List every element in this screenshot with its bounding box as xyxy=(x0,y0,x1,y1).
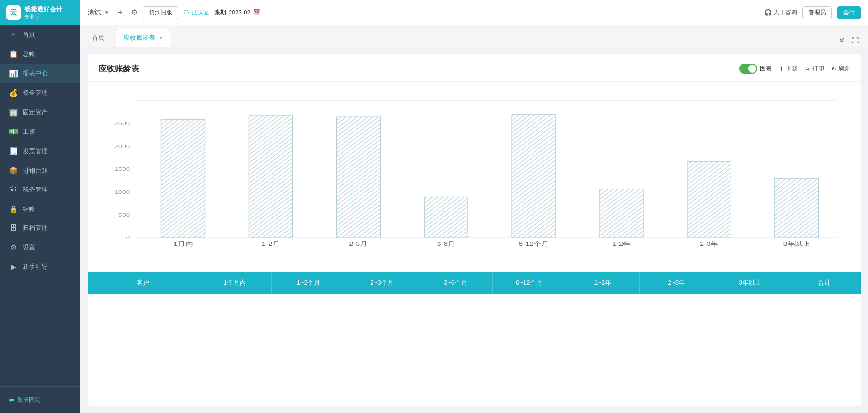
chart-toggle-label: 图表 xyxy=(760,65,772,73)
shield-icon: 🛡 xyxy=(184,9,189,16)
settings-button[interactable]: ⚙ xyxy=(129,6,139,19)
tab-home[interactable]: 首页 xyxy=(84,28,112,47)
sidebar-item-label: 税务管理 xyxy=(23,186,48,194)
table-col-合计: 合计 xyxy=(787,272,861,294)
table-col-1个月内: 1个月内 xyxy=(198,272,272,294)
table-col-2~3年: 2~3年 xyxy=(640,272,713,294)
accountant-button[interactable]: 会计 xyxy=(837,6,861,19)
funds-icon: 💰 xyxy=(9,89,18,97)
svg-text:3-6月: 3-6月 xyxy=(437,241,455,247)
company-selector[interactable]: 测试 ▼ xyxy=(88,8,109,17)
chart-container: 0 500 1000 1500 2000 2500 xyxy=(99,91,850,263)
download-button[interactable]: ⬇ 下载 xyxy=(779,65,797,73)
period-label: 账期 xyxy=(214,9,226,17)
svg-rect-16 xyxy=(249,116,292,238)
sidebar-item-label: 工资 xyxy=(23,128,35,136)
manager-button[interactable]: 管理员 xyxy=(802,6,832,19)
sidebar-item-home[interactable]: ⌂ 首页 xyxy=(0,25,80,44)
sidebar-item-label: 固定资产 xyxy=(23,108,48,117)
download-icon: ⬇ xyxy=(779,66,784,72)
topbar-actions: ＋ ⚙ 切到旧版 xyxy=(115,6,178,19)
svg-text:3年以上: 3年以上 xyxy=(783,241,810,247)
svg-text:1000: 1000 xyxy=(114,189,130,195)
sidebar-item-funds[interactable]: 💰 资金管理 xyxy=(0,83,80,103)
sidebar-item-label: 发票管理 xyxy=(23,147,48,155)
sidebar-logo: 云 畅捷通好会计 专业版 xyxy=(0,0,80,25)
pin-button[interactable]: ⬅ 取消固定 xyxy=(0,391,80,408)
svg-rect-26 xyxy=(687,161,731,238)
company-name: 测试 xyxy=(88,8,101,17)
print-icon: 🖨 xyxy=(805,66,811,72)
sidebar-item-label: 首页 xyxy=(23,31,35,39)
tab-ar-aging[interactable]: 应收账龄表 × xyxy=(116,29,170,47)
sidebar-item-label: 新手引导 xyxy=(23,263,48,271)
svg-text:6-12个月: 6-12个月 xyxy=(519,241,549,247)
svg-rect-24 xyxy=(599,189,643,238)
period-selector[interactable]: 账期 2023-02 📅 xyxy=(214,9,260,17)
pin-icon: ⬅ xyxy=(9,396,14,404)
switch-old-button[interactable]: 切到旧版 xyxy=(143,6,178,19)
table-col-1~2年: 1~2年 xyxy=(566,272,640,294)
topbar: 测试 ▼ ＋ ⚙ 切到旧版 🛡 已认证 账期 2023-02 📅 🎧 人工咨询 … xyxy=(80,0,868,25)
svg-text:0: 0 xyxy=(126,235,130,241)
topbar-right: 🎧 人工咨询 管理员 会计 xyxy=(764,6,861,19)
table-col-客户: 客户 xyxy=(88,272,198,294)
tab-home-label: 首页 xyxy=(92,34,104,42)
payroll-icon: 💵 xyxy=(9,127,18,136)
company-dropdown-icon: ▼ xyxy=(104,9,109,16)
svg-rect-14 xyxy=(161,119,205,238)
sidebar-item-close[interactable]: 🔒 结账 xyxy=(0,199,80,219)
print-button[interactable]: 🖨 打印 xyxy=(805,65,824,73)
headset-icon: 🎧 xyxy=(764,9,772,16)
sidebar-bottom: ⬅ 取消固定 xyxy=(0,386,80,413)
page-wrapper: 应收账龄表 图表 ⬇ 下载 🖨 打印 xyxy=(80,47,868,413)
svg-text:500: 500 xyxy=(118,212,130,218)
bar-chart: 0 500 1000 1500 2000 2500 xyxy=(99,91,850,263)
sidebar-item-label: 设置 xyxy=(23,244,35,252)
inventory-icon: 📦 xyxy=(9,166,18,175)
reports-icon: 📊 xyxy=(9,69,18,78)
maximize-button[interactable]: ⛶ xyxy=(850,35,861,47)
sidebar-item-settings[interactable]: ⚙ 设置 xyxy=(0,238,80,257)
svg-text:2-3年: 2-3年 xyxy=(700,241,718,247)
sidebar-item-label: 归档管理 xyxy=(23,224,48,232)
sidebar-item-archive[interactable]: 🗄 归档管理 xyxy=(0,219,80,238)
svg-text:1500: 1500 xyxy=(114,166,130,172)
calendar-icon: 📅 xyxy=(253,9,260,16)
assets-icon: 🏢 xyxy=(9,108,18,117)
page-actions: 图表 ⬇ 下载 🖨 打印 ↻ 刷新 xyxy=(739,64,850,74)
sidebar-nav: ⌂ 首页 📋 总账 📊 报表中心 💰 资金管理 🏢 固定资产 💵 工资 🧾 发票… xyxy=(0,25,80,386)
sidebar-item-payroll[interactable]: 💵 工资 xyxy=(0,122,80,141)
sidebar-item-assets[interactable]: 🏢 固定资产 xyxy=(0,103,80,122)
page-title: 应收账龄表 xyxy=(99,63,139,74)
table-col-6~12个月: 6~12个月 xyxy=(493,272,566,294)
add-button[interactable]: ＋ xyxy=(115,6,126,19)
sidebar-item-inventory[interactable]: 📦 进销台账 xyxy=(0,161,80,180)
close-window-button[interactable]: ✕ xyxy=(837,34,846,47)
sidebar-item-ledger[interactable]: 📋 总账 xyxy=(0,44,80,64)
refresh-icon: ↻ xyxy=(831,66,836,72)
tab-close-icon[interactable]: × xyxy=(160,35,163,41)
content-area: 应收账龄表 图表 ⬇ 下载 🖨 打印 xyxy=(80,47,868,413)
svg-text:2-3月: 2-3月 xyxy=(349,241,368,247)
chart-toggle[interactable] xyxy=(739,64,757,74)
sidebar-item-guide[interactable]: ▶ 新手引导 xyxy=(0,257,80,277)
sidebar-item-reports[interactable]: 📊 报表中心 xyxy=(0,64,80,83)
svg-text:1-2月: 1-2月 xyxy=(261,241,280,247)
service-button[interactable]: 🎧 人工咨询 xyxy=(764,9,797,17)
settings-icon: ⚙ xyxy=(9,243,18,252)
logo-text: 畅捷通好会计 xyxy=(24,5,62,13)
tabbar-right: ✕ ⛶ xyxy=(837,34,868,47)
svg-text:2000: 2000 xyxy=(114,143,130,149)
sidebar-item-invoice[interactable]: 🧾 发票管理 xyxy=(0,141,80,161)
sidebar-item-tax[interactable]: 🏛 税务管理 xyxy=(0,180,80,199)
sidebar: 云 畅捷通好会计 专业版 ⌂ 首页 📋 总账 📊 报表中心 💰 资金管理 🏢 固… xyxy=(0,0,80,413)
page-header: 应收账龄表 图表 ⬇ 下载 🖨 打印 xyxy=(88,54,861,82)
archive-icon: 🗄 xyxy=(9,224,18,232)
refresh-button[interactable]: ↻ 刷新 xyxy=(831,65,850,73)
sidebar-item-label: 报表中心 xyxy=(23,70,48,78)
table-col-2~3个月: 2~3个月 xyxy=(345,272,419,294)
table-col-3~6个月: 3~6个月 xyxy=(419,272,493,294)
home-icon: ⌂ xyxy=(9,31,18,39)
svg-text:1-2年: 1-2年 xyxy=(612,241,631,247)
